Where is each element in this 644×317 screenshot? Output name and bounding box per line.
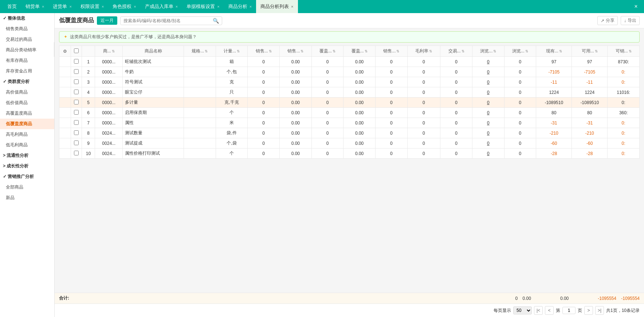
row-num: 9 <box>82 138 95 148</box>
row-checkbox[interactable] <box>74 100 79 104</box>
sidebar-item-all-products[interactable]: 全部商品 <box>0 182 54 193</box>
nav-template-settings[interactable]: 单据模板设置 × <box>182 0 224 13</box>
row-checkbox[interactable] <box>74 110 79 115</box>
last-page-button[interactable]: >| <box>595 306 604 315</box>
period-button[interactable]: 近一月 <box>97 16 117 25</box>
row-cb[interactable] <box>71 108 82 118</box>
footer-totals-bar: 合计: 0 0.00 0.00 -1095554 -1095554 <box>55 293 644 304</box>
sidebar-group-growth[interactable]: > 成长性分析 <box>0 161 54 171</box>
prev-page-button[interactable]: < <box>545 306 554 315</box>
row-checkbox[interactable] <box>74 79 79 84</box>
nav-role-auth[interactable]: 角色授权 × <box>108 0 140 13</box>
sidebar-item-low-value[interactable]: 低价值商品 <box>0 98 54 108</box>
nav-product-analysis[interactable]: 商品分析 × <box>224 0 256 13</box>
row-browse1[interactable]: 0 <box>472 148 504 159</box>
main-layout: « ✓ 整体信息 销售类商品 交易过的商品 商品分类动销率 有库存商品 库存资金… <box>0 13 644 317</box>
search-icon[interactable]: 🔍 <box>213 18 219 24</box>
row-gear <box>59 67 71 77</box>
sidebar-item-high-margin[interactable]: 高毛利商品 <box>0 129 54 140</box>
row-cb[interactable] <box>71 77 82 87</box>
row-browse1[interactable]: 0 <box>472 87 504 98</box>
row-cb[interactable] <box>71 148 82 159</box>
select-all-checkbox[interactable] <box>74 48 79 53</box>
row-gross-rate: 0 <box>407 98 440 108</box>
sidebar-item-high-coverage[interactable]: 高覆盖度商品 <box>0 108 54 119</box>
sidebar-item-low-margin[interactable]: 低毛利商品 <box>0 140 54 150</box>
nav-close-analysis-list[interactable]: × <box>291 4 293 9</box>
nav-sales-order[interactable]: 销货单 × <box>21 0 48 13</box>
row-cb[interactable] <box>71 67 82 77</box>
nav-home[interactable]: 首页 <box>3 0 21 13</box>
page-number-input[interactable] <box>562 307 576 314</box>
row-code: 0024... <box>95 128 123 138</box>
next-page-button[interactable]: > <box>584 306 593 315</box>
column-code: 商...⇅ <box>95 46 123 57</box>
sidebar-group-marketing[interactable]: ✓ 营销推广分析 <box>0 171 54 182</box>
row-trade: 0 <box>440 148 472 159</box>
nav-close-sales-order[interactable]: × <box>42 4 44 9</box>
page-size-select[interactable]: 50 20 100 <box>513 306 532 314</box>
row-cb[interactable] <box>71 118 82 128</box>
row-cb[interactable] <box>71 128 82 138</box>
sidebar-item-stock-capital[interactable]: 库存资金占用 <box>0 66 54 76</box>
nav-close-product-warehouse[interactable]: × <box>176 4 178 9</box>
row-cb[interactable] <box>71 98 82 108</box>
row-cover1: 0 <box>311 138 343 148</box>
row-browse1[interactable]: 0 <box>472 57 504 67</box>
row-current: 80 <box>536 108 572 118</box>
row-checkbox[interactable] <box>74 69 79 74</box>
row-cover2: 0.00 <box>343 67 376 77</box>
first-page-button[interactable]: |< <box>534 306 543 315</box>
footer-sales-count: 0 0.00 <box>515 296 531 301</box>
row-browse1[interactable]: 0 <box>472 138 504 148</box>
row-checkbox[interactable] <box>74 90 79 94</box>
sidebar-item-traded-products[interactable]: 交易过的商品 <box>0 34 54 45</box>
sidebar-group-cluster[interactable]: ✓ 类群度分析 <box>0 76 54 87</box>
nav-close-analysis[interactable]: × <box>250 4 252 9</box>
row-browse1[interactable]: 0 <box>472 108 504 118</box>
row-browse1[interactable]: 0 <box>472 118 504 128</box>
row-sales-count: 0 <box>248 138 280 148</box>
row-sales2: 0 <box>375 67 407 77</box>
export-button[interactable]: ↓ 导出 <box>621 16 640 25</box>
window-close-button[interactable]: × <box>631 1 641 12</box>
sidebar-item-in-stock[interactable]: 有库存商品 <box>0 55 54 66</box>
row-browse1[interactable]: 0 <box>472 98 504 108</box>
sidebar-group-overall[interactable]: ✓ 整体信息 <box>0 13 54 24</box>
row-saleable: 0: <box>608 118 640 128</box>
nav-product-warehouse[interactable]: 产成品入库单 × <box>141 0 182 13</box>
row-cover1: 0 <box>311 98 343 108</box>
row-cb[interactable] <box>71 57 82 67</box>
nav-close-template[interactable]: × <box>217 4 219 9</box>
share-button[interactable]: ↗ 分享 <box>597 16 618 25</box>
nav-close-role[interactable]: × <box>134 4 136 9</box>
nav-permission-settings[interactable]: 权限设置 × <box>76 0 108 13</box>
row-browse1[interactable]: 0 <box>472 67 504 77</box>
nav-close-purchase-order[interactable]: × <box>69 4 71 9</box>
sidebar-item-new-products[interactable]: 新品 <box>0 193 54 203</box>
row-checkbox[interactable] <box>74 130 79 135</box>
row-code: 0024... <box>95 138 123 148</box>
search-input[interactable] <box>123 18 213 23</box>
row-cb[interactable] <box>71 87 82 98</box>
row-sales-amount: 0.00 <box>279 148 311 159</box>
row-checkbox[interactable] <box>74 151 79 155</box>
column-settings[interactable]: ⚙ <box>59 46 71 57</box>
table-wrapper[interactable]: ⚙ 商...⇅ 商品名称 规格...⇅ 计量...⇅ 销售...⇅ 销售...⇅… <box>55 45 644 293</box>
sidebar-item-category-rate[interactable]: 商品分类动销率 <box>0 45 54 55</box>
sidebar-item-low-coverage[interactable]: 低覆盖度商品 <box>0 119 54 129</box>
row-checkbox[interactable] <box>74 59 79 64</box>
sidebar-item-high-value[interactable]: 高价值商品 <box>0 87 54 98</box>
row-checkbox[interactable] <box>74 140 79 145</box>
row-browse1[interactable]: 0 <box>472 128 504 138</box>
row-checkbox[interactable] <box>74 120 79 125</box>
row-browse1[interactable]: 0 <box>472 77 504 87</box>
row-cb[interactable] <box>71 138 82 148</box>
row-gross-rate: 0 <box>407 118 440 128</box>
row-code: 0000... <box>95 67 123 77</box>
nav-close-permission[interactable]: × <box>102 4 104 9</box>
nav-purchase-order[interactable]: 进货单 × <box>48 0 76 13</box>
sidebar-item-sales-products[interactable]: 销售类商品 <box>0 24 54 34</box>
sidebar-group-circulation[interactable]: > 流通性分析 <box>0 150 54 161</box>
nav-product-analysis-list[interactable]: 商品分析列表 × <box>256 0 298 13</box>
